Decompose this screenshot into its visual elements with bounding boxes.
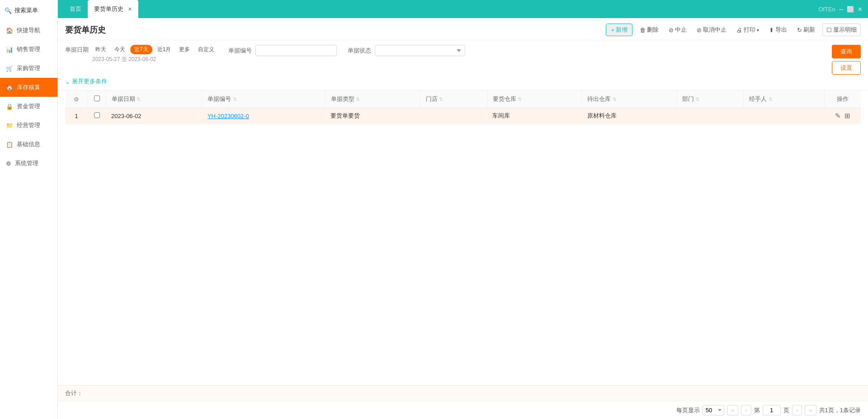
- sidebar-item-label: 快捷导航: [17, 26, 40, 34]
- display-detail-label: 显示明细: [833, 26, 857, 34]
- per-page-label: 每页显示: [676, 406, 700, 414]
- sidebar-item-label: 销售管理: [17, 45, 40, 53]
- date-yesterday-btn[interactable]: 昨天: [92, 45, 109, 54]
- sidebar-item-inventory[interactable]: 🏠 库存核算: [0, 78, 57, 97]
- req-warehouse-col-header[interactable]: 要货仓库: [487, 90, 582, 108]
- new-button[interactable]: + 新增: [606, 24, 632, 36]
- stop-label: 中止: [675, 26, 687, 34]
- chart-icon: 📊: [6, 46, 13, 53]
- gear-icon: ⚙: [6, 160, 11, 167]
- bill-type-col-header[interactable]: 单据类型: [325, 90, 420, 108]
- content: 要货单历史 + 新增 🗑 删除 ⊘ 中止 ⊘ 取消中止: [58, 18, 868, 419]
- sidebar-item-base-info[interactable]: 📋 基础信息: [0, 135, 57, 154]
- date-7days-btn[interactable]: 近7天: [130, 45, 152, 54]
- date-filter: 单据日期 昨天 今天 近7天 近1月 更多 自定义: [65, 45, 217, 54]
- sidebar-item-label: 库存核算: [17, 83, 40, 91]
- filter-actions: 查询 设置: [832, 45, 861, 75]
- export-icon: ⬆: [769, 27, 774, 33]
- home-icon: 🏠: [6, 27, 13, 34]
- bill-no-filter-group: 单据编号: [228, 45, 337, 56]
- sidebar-search-label: 搜索菜单: [14, 6, 38, 14]
- detail-icon[interactable]: ⊞: [844, 112, 850, 120]
- settings-col-header[interactable]: ⚙: [65, 90, 88, 108]
- last-page-button[interactable]: »: [805, 405, 816, 415]
- topbar: 首页 要货单历史 ✕ OfTEn ─ ⬜ ✕: [58, 0, 868, 18]
- status-select[interactable]: [375, 45, 465, 56]
- bill-no-link[interactable]: YH-20230602-0: [208, 113, 249, 119]
- dest-warehouse-col-header[interactable]: 待出仓库: [582, 90, 677, 108]
- row-checkbox-cell[interactable]: [88, 108, 106, 124]
- bill-no-input[interactable]: [255, 45, 337, 56]
- close-window-icon[interactable]: ✕: [858, 6, 863, 13]
- status-filter-group: 单据状态: [348, 45, 465, 56]
- sidebar-item-label: 基础信息: [17, 140, 40, 148]
- lock-icon: 🔒: [6, 103, 13, 110]
- page-unit: 页: [783, 406, 789, 414]
- print-dropdown-icon: ▾: [757, 28, 759, 33]
- minimize-icon[interactable]: ─: [839, 6, 843, 13]
- store-col-header[interactable]: 门店: [420, 90, 487, 108]
- sidebar-search[interactable]: 🔍 搜索菜单: [0, 0, 57, 21]
- sidebar-item-quick-nav[interactable]: 🏠 快捷导航: [0, 21, 57, 40]
- sidebar-item-purchase-mgmt[interactable]: 🛒 采购管理: [0, 59, 57, 78]
- dept-col-header[interactable]: 部门: [677, 90, 744, 108]
- table-container: ⚙ 单据日期 单据编号 单据类型 门店 要货仓库 待出仓库 部门 经手人 操作: [58, 90, 868, 385]
- page-title: 要货单历史: [65, 24, 106, 35]
- sidebar-item-finance-mgmt[interactable]: 🔒 资金管理: [0, 97, 57, 116]
- row-no-cell: 1: [65, 108, 88, 124]
- refresh-label: 刷新: [803, 26, 815, 34]
- date-more-btn[interactable]: 更多: [176, 45, 193, 54]
- tab-close-icon[interactable]: ✕: [128, 6, 132, 12]
- total-info: 共1页，1条记录: [819, 406, 861, 414]
- date-1month-btn[interactable]: 近1月: [154, 45, 175, 54]
- sidebar-item-ops-mgmt[interactable]: 📁 经营管理: [0, 116, 57, 135]
- bill-no-col-header[interactable]: 单据编号: [202, 90, 325, 108]
- sidebar-item-label: 经营管理: [17, 121, 40, 129]
- query-button[interactable]: 查询: [832, 45, 861, 58]
- date-custom-btn[interactable]: 自定义: [195, 45, 217, 54]
- row-checkbox[interactable]: [94, 112, 100, 118]
- maximize-icon[interactable]: ⬜: [847, 6, 854, 13]
- total-label: 合计：: [65, 390, 83, 396]
- prev-page-button[interactable]: ‹: [741, 405, 751, 415]
- bill-no-label: 单据编号: [228, 47, 252, 55]
- dept-cell: [677, 108, 744, 124]
- sidebar-item-sales-mgmt[interactable]: 📊 销售管理: [0, 40, 57, 59]
- first-page-button[interactable]: «: [727, 405, 738, 415]
- export-button[interactable]: ⬆ 导出: [766, 24, 790, 36]
- sidebar-item-sys-mgmt[interactable]: ⚙ 系统管理: [0, 154, 57, 173]
- sidebar-item-label: 采购管理: [17, 64, 40, 72]
- cancel-stop-button[interactable]: ⊘ 取消中止: [694, 24, 729, 36]
- delete-button[interactable]: 🗑 删除: [637, 24, 661, 36]
- per-page-select[interactable]: 10 20 50 100: [703, 405, 724, 415]
- select-all-checkbox[interactable]: [94, 95, 100, 101]
- stop-button[interactable]: ⊘ 中止: [666, 24, 689, 36]
- page-input[interactable]: [763, 405, 781, 415]
- bill-date-col-header[interactable]: 单据日期: [106, 90, 202, 108]
- filter-top-row: 单据日期 昨天 今天 近7天 近1月 更多 自定义 2023-05-27 至 2…: [65, 45, 861, 75]
- settings-button[interactable]: 设置: [832, 61, 861, 75]
- expand-more-button[interactable]: ⌄ 展开更多条件: [65, 77, 861, 86]
- edit-icon[interactable]: ✎: [835, 112, 841, 120]
- tab-requisition-history[interactable]: 要货单历史 ✕: [88, 0, 138, 18]
- date-today-btn[interactable]: 今天: [111, 45, 128, 54]
- sidebar-item-label: 系统管理: [15, 159, 38, 167]
- display-detail-button[interactable]: ☐ 显示明细: [822, 24, 861, 36]
- refresh-button[interactable]: ↻ 刷新: [794, 24, 818, 36]
- data-table: ⚙ 单据日期 单据编号 单据类型 门店 要货仓库 待出仓库 部门 经手人 操作: [65, 90, 861, 124]
- inventory-icon: 🏠: [6, 84, 13, 91]
- req-warehouse-cell: 车间库: [487, 108, 582, 124]
- export-label: 导出: [775, 26, 787, 34]
- plus-icon: +: [611, 27, 614, 33]
- delete-label: 删除: [647, 26, 659, 34]
- page-label: 第: [754, 406, 760, 414]
- cancel-stop-label: 取消中止: [703, 26, 726, 34]
- cancel-stop-icon: ⊘: [697, 27, 702, 33]
- next-page-button[interactable]: ›: [792, 405, 802, 415]
- tab-home[interactable]: 首页: [63, 0, 88, 18]
- print-button[interactable]: 🖨 打印 ▾: [734, 24, 762, 36]
- sidebar: 🔍 搜索菜单 🏠 快捷导航 📊 销售管理 🛒 采购管理 🏠 库存核算 🔒 资金管…: [0, 0, 58, 419]
- ops-cell: ✎ ⊞: [825, 108, 861, 124]
- handler-col-header[interactable]: 经手人: [744, 90, 825, 108]
- bill-no-cell[interactable]: YH-20230602-0: [202, 108, 325, 124]
